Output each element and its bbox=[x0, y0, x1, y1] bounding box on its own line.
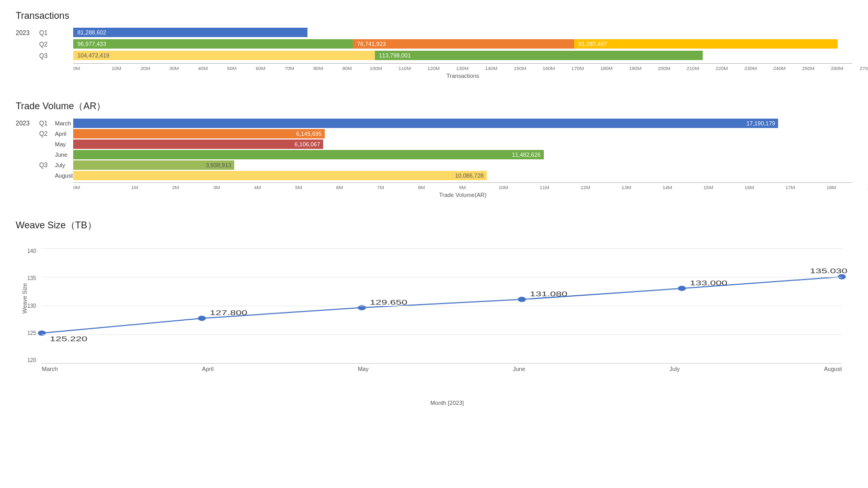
wv-y-120: 120 bbox=[27, 357, 36, 363]
weave-size-chart-container: 140 135 130 125 120 Weave Size bbox=[16, 238, 852, 384]
tx-axis-ticks: 0M 10M 20M 30M 40M 50M 60M 70M 80M 90M 1… bbox=[73, 63, 852, 71]
tx-tick-0: 0M bbox=[73, 65, 102, 71]
transactions-title: Transactions bbox=[16, 10, 852, 21]
transactions-section: Transactions 2023 Q1 81,288,602 Q2 96,97… bbox=[16, 10, 852, 79]
wv-y-125: 125 bbox=[27, 330, 36, 336]
wv-grid bbox=[42, 248, 842, 363]
tx-tick-10: 10M bbox=[102, 65, 131, 71]
wv-x-august: August bbox=[824, 366, 842, 372]
tv-axis-label: Trade Volume(AR) bbox=[73, 192, 852, 198]
tx-q2-label1: 96,977,433 bbox=[77, 41, 106, 47]
tx-q2-bar-area: 96,977,433 76,741,923 91,287,487 bbox=[73, 39, 852, 50]
wv-x-axis-label: Month [2023] bbox=[42, 400, 852, 406]
wv-x-june: June bbox=[513, 366, 526, 372]
wv-x-labels: March April May June July August bbox=[42, 366, 842, 372]
tv-bar-august: 10,086,728 bbox=[73, 171, 487, 180]
wv-chart-area: 125.220 127.800 129.650 131.080 133.000 … bbox=[42, 248, 842, 363]
tx-q3-bar-area: 104,472,419 113,798,001 bbox=[73, 51, 852, 61]
weave-size-section: Weave Size（TB） 140 135 130 125 120 Weave… bbox=[16, 219, 852, 406]
tv-bar-march: 17,190,179 bbox=[73, 119, 778, 128]
weave-size-title: Weave Size（TB） bbox=[16, 219, 852, 231]
tx-q2-quarter: Q2 bbox=[39, 41, 55, 48]
trade-volume-section: Trade Volume（AR） 2023 Q1 March 17,190,17… bbox=[16, 100, 852, 198]
tv-bar-july: 3,938,913 bbox=[73, 160, 234, 170]
tx-q3-quarter: Q3 bbox=[39, 52, 55, 60]
tv-bar-june: 11,482,626 bbox=[73, 150, 544, 159]
tv-row-may: May 6,106,067 bbox=[16, 140, 852, 149]
tv-row-july: Q3 July 3,938,913 bbox=[16, 160, 852, 170]
tx-q3-bar2: 113,798,001 bbox=[375, 51, 703, 60]
tx-q2-label2: 76,741,923 bbox=[357, 41, 386, 47]
tx-q3-bar1: 104,472,419 bbox=[73, 51, 375, 60]
tx-q3-label1: 104,472,419 bbox=[77, 52, 109, 59]
tv-bar-may: 6,106,067 bbox=[73, 140, 323, 149]
wv-x-march: March bbox=[42, 366, 58, 372]
tv-month-march: March bbox=[55, 120, 71, 126]
tx-q1-labels: 2023 Q1 bbox=[16, 29, 73, 37]
tx-year: 2023 bbox=[16, 29, 39, 37]
wv-x-april: April bbox=[202, 366, 213, 372]
tv-row-march: 2023 Q1 March 17,190,179 bbox=[16, 119, 852, 128]
wv-y-130: 130 bbox=[27, 303, 36, 309]
tx-q2-bar2: 76,741,923 bbox=[353, 39, 574, 49]
tv-bar-april: 6,145,695 bbox=[73, 129, 325, 138]
tx-q3-labels: Q3 bbox=[16, 52, 73, 60]
tv-year: 2023 bbox=[16, 120, 39, 127]
wv-x-july: July bbox=[669, 366, 680, 372]
tv-month-may: May bbox=[55, 141, 66, 147]
tx-q2-label3: 91,287,487 bbox=[578, 41, 607, 47]
tv-row-august: August 10,086,728 bbox=[16, 171, 852, 180]
wv-x-may: May bbox=[358, 366, 369, 372]
tv-month-june: June bbox=[55, 152, 67, 158]
tv-axis-ticks: 0M 1M 2M 3M 4M 5M 6M 7M 8M 9M 10M 11M 12… bbox=[73, 182, 852, 190]
tx-q2-bar1: 96,977,433 bbox=[73, 39, 353, 49]
wv-y-140: 140 bbox=[27, 248, 36, 254]
wv-y-label: Weave Size bbox=[21, 283, 28, 314]
tx-q1-bar: 81,288,602 bbox=[73, 28, 307, 37]
tx-q1-quarter: Q1 bbox=[39, 29, 55, 37]
tv-row-april: Q2 April 6,145,695 bbox=[16, 129, 852, 138]
tx-q2-labels: Q2 bbox=[16, 41, 73, 48]
tv-month-april: April bbox=[55, 131, 66, 137]
wv-y-135: 135 bbox=[27, 275, 36, 281]
tv-month-july: July bbox=[55, 162, 65, 168]
tx-q1-bar-area: 81,288,602 bbox=[73, 28, 852, 38]
tx-q1-label: 81,288,602 bbox=[77, 29, 106, 36]
tv-month-august: August bbox=[55, 172, 73, 179]
trade-volume-title: Trade Volume（AR） bbox=[16, 100, 852, 112]
tx-q2-bar3: 91,287,487 bbox=[574, 39, 838, 49]
tx-q3-label2: 113,798,001 bbox=[379, 52, 411, 59]
tx-axis-label: Transactions bbox=[73, 73, 852, 79]
tv-row-june: June 11,482,626 bbox=[16, 150, 852, 159]
